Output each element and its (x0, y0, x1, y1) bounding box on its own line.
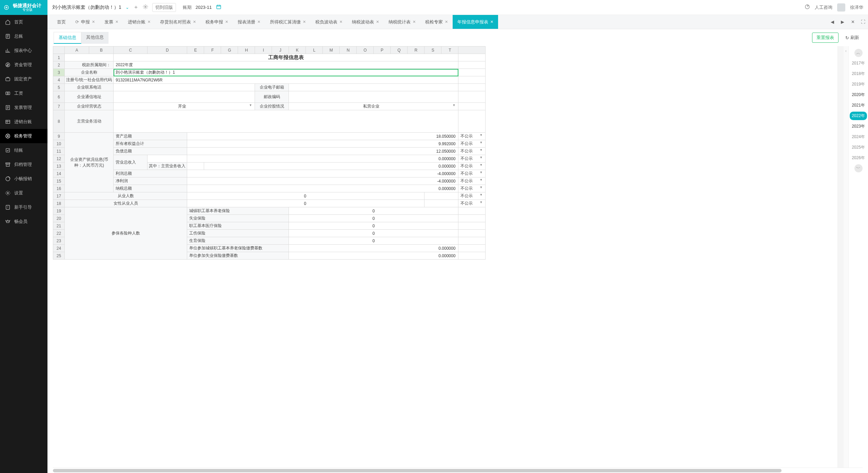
row-header-25[interactable]: 25 (53, 252, 65, 260)
label-20[interactable]: 失业保险 (187, 215, 289, 222)
col-header-H[interactable]: H (238, 46, 255, 54)
row-header-10[interactable]: 10 (53, 140, 65, 148)
val-18[interactable]: 0 (187, 200, 425, 207)
pub-18[interactable]: 不公示 (458, 200, 486, 207)
label-13-sub[interactable]: 其中：主营业务收入 (147, 163, 187, 170)
label-16[interactable]: 纳税总额 (114, 185, 187, 192)
year-2026年[interactable]: 2026年 (850, 154, 867, 162)
close-icon[interactable]: ✕ (193, 20, 196, 24)
tab-2[interactable]: 发票✕ (100, 15, 123, 29)
val-status[interactable]: 开业 (114, 103, 255, 110)
year-2021年[interactable]: 2021年 (850, 101, 867, 110)
val-13[interactable]: 0.000000 (204, 163, 458, 170)
label-zip[interactable]: 邮政编码 (255, 91, 289, 103)
year-2019年[interactable]: 2019年 (850, 80, 867, 89)
col-header-C[interactable]: C (114, 46, 147, 54)
row-header-6[interactable]: 6 (53, 91, 65, 103)
tab-7[interactable]: 所得税汇算清缴✕ (265, 15, 311, 29)
pub-20[interactable] (458, 215, 486, 222)
tab-10[interactable]: 纳税统计表✕ (384, 15, 420, 29)
year-2024年[interactable]: 2024年 (850, 133, 867, 141)
year-2017年[interactable]: 2017年 (850, 59, 867, 68)
pub-13[interactable]: 不公示 (458, 163, 486, 170)
row-header-3[interactable]: 3 (53, 69, 65, 76)
label-25[interactable]: 单位参加失业保险缴费基数 (187, 252, 289, 260)
row-header-13[interactable]: 13 (53, 163, 65, 170)
year-2025年[interactable]: 2025年 (850, 143, 867, 152)
val-16[interactable]: 0.000000 (187, 185, 458, 192)
row-header-14[interactable]: 14 (53, 170, 65, 177)
col-header-K[interactable]: K (289, 46, 306, 54)
val-period[interactable]: 2022年度 (114, 61, 458, 69)
col-header-D[interactable]: D (147, 46, 187, 54)
refresh-button[interactable]: ↻ 刷新 (843, 33, 862, 43)
row-header-4[interactable]: 4 (53, 76, 65, 84)
val-17[interactable]: 0 (187, 192, 425, 200)
pub-15[interactable]: 不公示 (458, 177, 486, 185)
row-header-5[interactable]: 5 (53, 84, 65, 91)
close-icon[interactable]: ✕ (257, 20, 260, 24)
row-header-23[interactable]: 23 (53, 237, 65, 245)
col-header-G[interactable]: G (221, 46, 238, 54)
year-2022年[interactable]: 2022年 (850, 112, 867, 120)
col-header-Q[interactable]: Q (391, 46, 408, 54)
pub-22[interactable] (458, 230, 486, 237)
col-header-B[interactable]: B (89, 46, 114, 54)
row-header-1[interactable]: 1 (53, 54, 65, 61)
sidebar-item-1[interactable]: 总账 (0, 29, 47, 43)
row-header-21[interactable]: 21 (53, 222, 65, 230)
row-header-2[interactable]: 2 (53, 61, 65, 69)
fullscreen-icon[interactable]: ⛶ (858, 19, 868, 24)
chevron-down-icon[interactable]: ⌄ (125, 5, 129, 10)
row-header-8[interactable]: 8 (53, 110, 65, 133)
val-9[interactable]: 18.050000 (187, 133, 458, 140)
sidebar-item-4[interactable]: 固定资产 (0, 72, 47, 86)
sidebar-item-2[interactable]: 报表中心 (0, 43, 47, 58)
help-link[interactable]: 人工咨询 (815, 4, 832, 11)
pub-14[interactable]: 不公示 (458, 170, 486, 177)
col-header-N[interactable]: N (340, 46, 357, 54)
label-21[interactable]: 职工基本医疗保险 (187, 222, 289, 230)
sidebar-item-13[interactable]: 新手引导 (0, 200, 47, 214)
cell-1-pub[interactable] (458, 54, 486, 61)
pub-21[interactable] (458, 222, 486, 230)
label-24[interactable]: 单位参加城镇职工基本养老保险缴费基数 (187, 245, 289, 252)
subtab-1[interactable]: 其他信息 (81, 32, 108, 44)
row-header-22[interactable]: 22 (53, 230, 65, 237)
sidebar-item-14[interactable]: 畅会员 (0, 214, 47, 229)
gap-18[interactable] (425, 200, 458, 207)
cell-2-pub[interactable] (458, 61, 486, 69)
val-20[interactable]: 0 (289, 215, 458, 222)
row-header-15[interactable]: 15 (53, 177, 65, 185)
col-header-S[interactable]: S (425, 46, 441, 54)
label-phone[interactable]: 企业联系电话 (65, 84, 114, 91)
label-holding[interactable]: 企业控股情况 (255, 103, 289, 110)
col-header-L[interactable]: L (306, 46, 323, 54)
close-icon[interactable]: ✕ (376, 20, 379, 24)
subtab-0[interactable]: 基础信息 (54, 32, 81, 44)
val-mainbiz[interactable] (114, 110, 458, 133)
label-11[interactable]: 负债总额 (114, 148, 187, 155)
corner-cell[interactable] (53, 46, 65, 54)
sidebar-item-6[interactable]: 发票管理 (0, 100, 47, 115)
year-down-icon[interactable]: ﹀ (854, 164, 863, 172)
pub-19[interactable] (458, 207, 486, 215)
col-header-J[interactable]: J (272, 46, 289, 54)
label-23[interactable]: 生育保险 (187, 237, 289, 245)
close-icon[interactable]: ✕ (303, 20, 306, 24)
col-header-O[interactable]: O (357, 46, 374, 54)
val-holding[interactable]: 私营企业 (289, 103, 458, 110)
vertical-scrollbar[interactable] (837, 46, 844, 468)
label-email[interactable]: 企业电子邮箱 (255, 84, 289, 91)
col-header-extra[interactable] (458, 46, 486, 54)
close-icon[interactable]: ✕ (115, 20, 118, 24)
col-header-F[interactable]: F (204, 46, 221, 54)
row-header-17[interactable]: 17 (53, 192, 65, 200)
cell-6-pub[interactable] (458, 91, 486, 103)
label-14[interactable]: 利润总额 (114, 170, 187, 177)
label-12[interactable]: 营业总收入 (114, 155, 147, 170)
pub-12[interactable]: 不公示 (458, 155, 486, 163)
tab-3[interactable]: 进销台账✕ (123, 15, 155, 29)
tab-12[interactable]: 年报信息申报表✕ (453, 15, 498, 29)
cell-5-pub[interactable] (458, 84, 486, 91)
